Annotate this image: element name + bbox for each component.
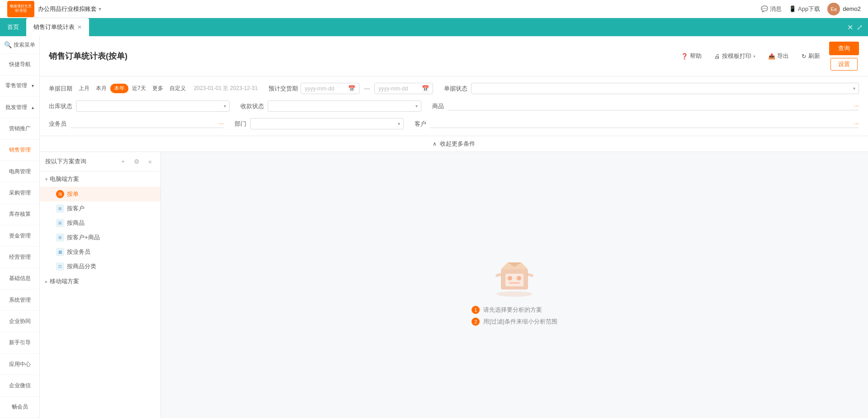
sidebar-item-newbie[interactable]: 新手引导 [0,332,39,354]
tabbar-right: ✕ ⤢ [847,23,868,32]
tree-item-by-customer[interactable]: ⊞ 按客户 [40,201,160,216]
filter-salesman-group: 业务员 ··· [49,120,224,128]
filter-row-3: 业务员 ··· 部门 ▾ 客户 [49,118,859,129]
svg-point-4 [517,276,521,280]
content-area: 销售订单统计表(按单) ❓ 帮助 🖨 按模板打印 ▾ 📤 导出 ↻ 刷新 [40,36,868,418]
tree-icon-by-category: ⊡ [56,262,64,271]
tree-item-by-category[interactable]: ⊡ 按商品分类 [40,259,160,274]
user-area: Ea demo2 [827,3,861,15]
minimize-icon[interactable]: ✕ [847,23,853,32]
sidebar-item-ecommerce[interactable]: 电商管理 [0,161,39,182]
add-scheme-button[interactable]: ＋ [118,157,128,166]
date-shortcut-group: 上月 本月 本年 近7天 更多 自定义 [76,84,189,93]
tree-expand-mobile-icon: ▸ [45,279,48,285]
filter-payment-group: 收款状态 ▾ [241,100,421,112]
tree-icon-by-order: 按 [56,190,64,198]
tree-icon-by-cust-product: ⊞ [56,233,64,242]
app-download-button[interactable]: 📱 App下载 [789,5,820,13]
title-dropdown-icon[interactable]: ▾ [99,6,101,12]
sidebar-item-retail[interactable]: 零售管理 ▾ [0,76,39,97]
filter-row-2: 出库状态 ▾ 收款状态 ▾ [49,100,859,112]
dept-wrapper: ▾ [250,118,404,129]
print-button[interactable]: 🖨 按模板打印 ▾ [711,50,759,62]
panel-title: 按以下方案查询 [45,157,86,166]
tree-item-by-order[interactable]: 按 按单 [40,187,160,201]
tree-item-by-salesman[interactable]: ▦ 按业务员 [40,245,160,259]
sidebar-item-sales[interactable]: 销售管理 [0,140,39,161]
status-label: 单据状态 [444,85,467,93]
customer-field-wrapper: ··· [430,120,859,128]
tree-icon-by-customer: ⊞ [56,204,64,213]
collapse-icon: ∧ [433,141,437,147]
sidebar-item-wholesale[interactable]: 批发管理 ▴ [0,97,39,118]
date-shortcut-lastmonth[interactable]: 上月 [76,84,92,93]
empty-tip-2: 2 用[过滤]条件来缩小分析范围 [472,318,557,326]
sidebar-search-item[interactable]: 🔍 搜索菜单 [0,36,39,54]
calendar-icon-end: 📅 [422,85,429,92]
main-layout: 🔍 搜索菜单 快捷导航 零售管理 ▾ 批发管理 ▴ 营销推广 销售管理 电商管理… [0,36,868,418]
date-shortcut-thisyear[interactable]: 本年 [110,84,128,93]
filter-date-group: 单据日期 上月 本月 本年 近7天 更多 自定义 2023-01-01 至 20… [49,84,258,93]
sidebar-item-wechat[interactable]: 企业微信 [0,375,39,396]
sidebar-item-system[interactable]: 系统管理 [0,290,39,311]
filter-row-1: 单据日期 上月 本月 本年 近7天 更多 自定义 2023-01-01 至 20… [49,83,859,94]
sidebar-item-finance[interactable]: 资金管理 [0,225,39,247]
tab-home[interactable]: 首页 [0,18,26,36]
stock-status-select[interactable] [76,100,230,112]
tab-sales-order-stats[interactable]: 销售订单统计表 ✕ [26,18,89,36]
tree-group-desktop: ▾ 电脑端方案 按 按单 ⊞ 按客户 ⊞ [40,171,160,274]
page-header: 销售订单统计表(按单) ❓ 帮助 🖨 按模板打印 ▾ 📤 导出 ↻ 刷新 [40,36,868,76]
filter-dept-group: 部门 ▾ [235,118,404,129]
sidebar-item-inventory[interactable]: 库存核算 [0,204,39,225]
expected-date-start-input[interactable]: yyyy-mm-dd 📅 [301,83,359,94]
date-shortcut-thismonth[interactable]: 本月 [93,84,109,93]
settings-scheme-button[interactable]: ⚙ [132,157,142,166]
filter-section: 单据日期 上月 本月 本年 近7天 更多 自定义 2023-01-01 至 20… [40,76,868,136]
empty-tips: 1 请先选择要分析的方案 2 用[过滤]条件来缩小分析范围 [472,306,557,326]
sidebar-item-operation[interactable]: 经营管理 [0,247,39,268]
date-shortcut-custom[interactable]: 自定义 [167,84,189,93]
collapse-panel-button[interactable]: « [145,157,155,166]
expected-date-end-input[interactable]: yyyy-mm-dd 📅 [374,83,433,94]
date-shortcut-7days[interactable]: 近7天 [129,84,149,93]
export-button[interactable]: 📤 导出 [764,50,793,62]
tree-item-by-cust-product[interactable]: ⊞ 按客户+商品 [40,230,160,245]
sidebar-item-purchase[interactable]: 采购管理 [0,182,39,204]
commodity-field-wrapper: ··· [448,102,859,110]
maximize-icon[interactable]: ⤢ [857,23,863,32]
tree-icon-by-commodity: ⊞ [56,219,64,227]
tree-category-desktop[interactable]: ▾ 电脑端方案 [40,171,160,187]
right-panel: 1 请先选择要分析的方案 2 用[过滤]条件来缩小分析范围 [161,152,868,418]
customer-more-button[interactable]: ··· [854,120,859,127]
tree-item-by-commodity[interactable]: ⊞ 按商品 [40,216,160,230]
message-button[interactable]: 💬 消息 [761,5,782,13]
topbar-left: 畅捷通好生意 标准版 办公用品行业模拟账套 ▾ [7,1,101,17]
sidebar-item-enterprise[interactable]: 企业协同 [0,311,39,332]
sidebar-item-member[interactable]: 畅会员 [0,397,39,418]
date-shortcut-more[interactable]: 更多 [150,84,166,93]
print-dropdown-icon[interactable]: ▾ [753,54,755,59]
salesman-more-button[interactable]: ··· [219,120,224,127]
logo-sub: 标准版 [15,8,27,14]
refresh-button[interactable]: ↻ 刷新 [798,50,824,62]
tree-category-mobile[interactable]: ▸ 移动端方案 [40,274,160,289]
sidebar-item-appcenter[interactable]: 应用中心 [0,354,39,375]
commodity-more-button[interactable]: ··· [854,102,859,109]
tab-close-icon[interactable]: ✕ [77,24,82,30]
tip-num-2: 2 [472,318,480,326]
query-set-group: 查询 设置 [829,42,859,71]
svg-point-0 [496,291,533,297]
calendar-icon: 📅 [348,85,355,92]
help-button[interactable]: ❓ 帮助 [677,50,705,62]
sidebar-item-marketing[interactable]: 营销推广 [0,118,39,139]
sidebar-item-quick-nav[interactable]: 快捷导航 [0,54,39,75]
sidebar-item-basic[interactable]: 基础信息 [0,268,39,290]
collapse-bar[interactable]: ∧ 收起更多条件 [40,136,868,152]
payment-status-label: 收款状态 [241,102,264,110]
wholesale-arrow-icon: ▴ [32,105,34,110]
payment-status-select[interactable] [268,100,421,112]
status-select[interactable] [471,83,859,94]
setting-button[interactable]: 设置 [830,58,858,71]
dept-select[interactable] [250,118,404,129]
query-button[interactable]: 查询 [829,42,859,55]
